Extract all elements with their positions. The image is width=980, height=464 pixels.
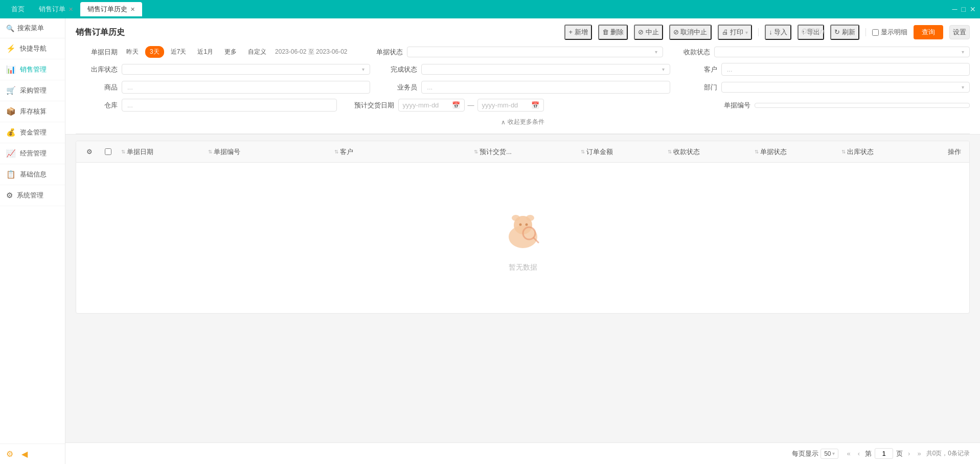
sidebar-item-purchase-mgmt-label: 采购管理 — [20, 86, 47, 95]
goods-placeholder: ... — [127, 83, 133, 91]
cancel-suspend-button[interactable]: ⊘ 取消中止 — [669, 25, 712, 40]
th-checkbox[interactable] — [99, 148, 117, 155]
export-button[interactable]: ↑ 导出 — [797, 25, 824, 40]
date-range-text: 2023-06-02 至 2023-06-02 — [275, 48, 347, 56]
page-current-label: 第 — [865, 449, 872, 458]
page-total-info: 共0页，0条记录 — [926, 449, 970, 458]
sidebar-item-operations[interactable]: 📈 经营管理 — [0, 143, 65, 164]
sidebar-collapse-icon[interactable]: ◀ — [21, 449, 28, 459]
doc-no-label: 单据编号 — [714, 101, 755, 110]
import-button[interactable]: ↓ 导入 — [765, 25, 791, 40]
tab-home[interactable]: 首页 — [4, 2, 32, 16]
expected-date-end[interactable]: yyyy-mm-dd 📅 — [477, 99, 544, 112]
svg-point-5 — [525, 224, 528, 226]
page-size-dropdown[interactable]: 50 ▾ — [821, 449, 838, 459]
refresh-button[interactable]: ↻ 刷新 — [830, 25, 859, 40]
goods-input[interactable]: ... — [122, 81, 370, 94]
operations-icon: 📈 — [6, 149, 16, 158]
th-order-amount[interactable]: ⇅ 订单金额 — [577, 147, 664, 157]
page-first-btn[interactable]: « — [845, 449, 852, 458]
sidebar-item-sales-mgmt[interactable]: 📊 销售管理 — [0, 59, 65, 80]
salesperson-placeholder: ... — [427, 83, 432, 91]
query-button[interactable]: 查询 — [914, 25, 943, 39]
calendar-start-icon[interactable]: 📅 — [452, 101, 460, 109]
customer-input[interactable]: ... — [721, 63, 970, 76]
sidebar-item-system[interactable]: ⚙ 系统管理 — [0, 185, 65, 206]
th-settings[interactable]: ⚙ — [80, 148, 99, 156]
warehouse-input[interactable]: ... — [122, 99, 337, 112]
sidebar-item-purchase-mgmt[interactable]: 🛒 采购管理 — [0, 80, 65, 101]
expected-date-start[interactable]: yyyy-mm-dd 📅 — [398, 99, 465, 112]
th-delivery-label: 预计交货... — [480, 147, 512, 157]
win-minimize-btn[interactable]: ─ — [952, 5, 958, 13]
sidebar-item-finance[interactable]: 💰 资金管理 — [0, 122, 65, 143]
th-doc-status[interactable]: ⇅ 单据状态 — [750, 147, 837, 157]
print-button[interactable]: 🖨 打印 ▾ — [718, 25, 753, 40]
warehouse-status-select[interactable]: ▾ — [122, 64, 370, 75]
salesperson-input[interactable]: ... — [421, 81, 670, 94]
calendar-end-icon[interactable]: 📅 — [531, 101, 539, 109]
complete-status-select[interactable]: ▾ — [421, 64, 670, 75]
suspend-button[interactable]: ⊘ 中止 — [634, 25, 663, 40]
th-warehouse-status[interactable]: ⇅ 出库状态 — [837, 147, 924, 157]
th-doc-no[interactable]: ⇅ 单据编号 — [204, 147, 330, 157]
page-next-btn[interactable]: › — [906, 449, 912, 458]
win-maximize-btn[interactable]: □ — [962, 5, 966, 13]
page-number-input[interactable] — [875, 448, 893, 459]
tab-sales-order-history-close[interactable]: ✕ — [130, 6, 135, 13]
sidebar-item-quick-nav-label: 快捷导航 — [20, 44, 47, 53]
th-customer-label: 客户 — [340, 147, 353, 157]
doc-no-input[interactable] — [755, 103, 970, 108]
page-prev-btn[interactable]: ‹ — [856, 449, 862, 458]
content-area: 销售订单历史 + 新增 🗑 删除 ⊘ 中止 ⊘ 取消中止 🖨 打印 ▾ ↓ 导入… — [65, 18, 980, 464]
select-all-checkbox[interactable] — [105, 148, 111, 155]
department-select[interactable]: ▾ — [721, 82, 970, 93]
department-caret: ▾ — [962, 84, 964, 90]
doc-status-select[interactable]: ▾ — [407, 47, 663, 57]
sidebar-item-inventory-label: 库存核算 — [20, 107, 47, 116]
display-detail-toggle[interactable]: 显示明细 — [872, 28, 907, 37]
date-btn-7days[interactable]: 近7天 — [166, 46, 191, 58]
sidebar-item-basic-info[interactable]: 📋 基础信息 — [0, 164, 65, 185]
th-payment-status[interactable]: ⇅ 收款状态 — [664, 147, 750, 157]
sidebar-item-quick-nav[interactable]: ⚡ 快捷导航 — [0, 38, 65, 59]
table-header: ⚙ ⇅ 单据日期 ⇅ 单据编号 ⇅ 客户 — [76, 141, 969, 163]
th-doc-no-label: 单据编号 — [214, 147, 240, 157]
date-btn-month[interactable]: 近1月 — [193, 46, 218, 58]
tab-sales-order-history[interactable]: 销售订单历史 ✕ — [80, 2, 142, 16]
sidebar-item-basic-info-label: 基础信息 — [20, 170, 47, 179]
collapse-label: 收起更多条件 — [508, 118, 544, 126]
date-btn-yesterday[interactable]: 昨天 — [122, 46, 143, 58]
settings-gear-icon[interactable]: ⚙ — [86, 148, 93, 156]
settings-button[interactable]: 设置 — [949, 25, 970, 39]
th-doc-date[interactable]: ⇅ 单据日期 — [117, 147, 204, 157]
th-payment-label: 收款状态 — [673, 147, 700, 157]
collapse-btn[interactable]: ∧ 收起更多条件 — [501, 118, 544, 126]
toolbar-separator-2 — [865, 28, 866, 36]
display-detail-checkbox[interactable] — [872, 29, 879, 36]
th-customer[interactable]: ⇅ 客户 — [330, 147, 470, 157]
quick-nav-icon: ⚡ — [6, 44, 16, 53]
sidebar-search[interactable]: 🔍 搜索菜单 — [0, 18, 65, 38]
date-btn-3days[interactable]: 3天 — [145, 46, 164, 58]
page-suffix: 页 — [896, 449, 903, 458]
pagination: « ‹ 第 页 › » 共0页，0条记录 — [845, 448, 970, 459]
th-expected-delivery[interactable]: ⇅ 预计交货... — [470, 147, 577, 157]
th-amount-label: 订单金额 — [586, 147, 613, 157]
tab-sales-order[interactable]: 销售订单 ✕ — [32, 2, 80, 16]
tab-sales-order-close[interactable]: ✕ — [69, 6, 73, 13]
delete-button[interactable]: 🗑 删除 — [598, 25, 628, 40]
page-last-btn[interactable]: » — [915, 449, 923, 458]
date-btn-custom[interactable]: 自定义 — [243, 46, 271, 58]
date-dash: — — [468, 101, 474, 109]
payment-status-select[interactable]: ▾ — [714, 47, 970, 57]
sidebar-item-inventory[interactable]: 📦 库存核算 — [0, 101, 65, 122]
sidebar-settings-icon[interactable]: ⚙ — [6, 449, 13, 459]
new-button[interactable]: + 新增 — [564, 25, 591, 40]
date-btn-more[interactable]: 更多 — [220, 46, 241, 58]
complete-status-label: 完成状态 — [380, 65, 421, 74]
th-doc-date-label: 单据日期 — [127, 147, 153, 157]
win-close-btn[interactable]: ✕ — [970, 5, 976, 13]
th-warehouse-label: 出库状态 — [847, 147, 874, 157]
complete-status-caret: ▾ — [662, 67, 665, 72]
